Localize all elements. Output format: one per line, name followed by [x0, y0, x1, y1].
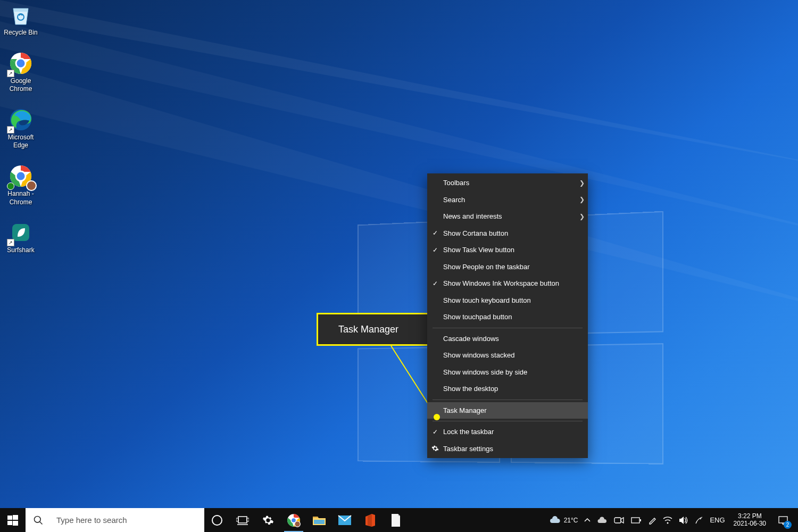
callout-label: Task Manager: [338, 324, 398, 335]
taskbar-settings[interactable]: [255, 508, 281, 532]
menu-item-show-ink[interactable]: Show Windows Ink Workspace button: [427, 275, 588, 292]
chevron-right-icon: ❯: [576, 179, 588, 187]
sync-badge-icon: [7, 182, 14, 190]
taskbar-task-view[interactable]: [230, 508, 255, 532]
taskbar: Type here to search: [0, 508, 798, 532]
chevron-up-icon: [584, 517, 591, 523]
menu-item-task-manager[interactable]: Task Manager: [427, 402, 588, 419]
check-icon: [427, 246, 443, 254]
callout-task-manager: Task Manager: [317, 313, 443, 346]
menu-item-show-desktop[interactable]: Show the desktop: [427, 380, 588, 397]
desktop-icon-surfshark[interactable]: ↗ Surfshark: [1, 220, 40, 255]
shortcut-arrow-icon: ↗: [7, 239, 14, 246]
tray-ink[interactable]: [645, 508, 660, 532]
svg-rect-13: [13, 521, 18, 526]
office-icon: [364, 513, 376, 527]
desktop-icon-microsoft-edge[interactable]: ↗ Microsoft Edge: [1, 107, 40, 150]
menu-item-show-touchpad[interactable]: Show touchpad button: [427, 309, 588, 326]
desktop-icon-google-chrome[interactable]: ↗ Google Chrome: [1, 51, 40, 94]
svg-rect-24: [314, 520, 325, 524]
tray-volume[interactable]: [676, 508, 692, 532]
check-icon: [427, 280, 443, 287]
menu-item-lock-taskbar[interactable]: Lock the taskbar: [427, 423, 588, 440]
menu-item-cascade[interactable]: Cascade windows: [427, 330, 588, 347]
svg-rect-28: [640, 519, 641, 521]
taskbar-file-explorer[interactable]: [306, 508, 332, 532]
menu-item-show-cortana[interactable]: Show Cortana button: [427, 225, 588, 242]
menu-item-taskbar-settings[interactable]: Taskbar settings: [427, 440, 588, 458]
clock-time: 3:22 PM: [738, 513, 762, 520]
taskbar-office[interactable]: [358, 508, 383, 532]
notification-count: 2: [784, 521, 792, 529]
taskbar-chrome-profile[interactable]: [281, 508, 306, 532]
desktop-icon-label: Recycle Bin: [4, 29, 37, 37]
svg-rect-12: [7, 521, 12, 525]
cortana-icon: [211, 514, 223, 526]
desktop-icon-label: Google Chrome: [1, 77, 40, 94]
svg-rect-26: [614, 518, 621, 523]
windows-icon: [7, 515, 18, 526]
search-placeholder: Type here to search: [56, 516, 204, 525]
svg-rect-11: [13, 515, 18, 520]
document-icon: [390, 513, 401, 527]
start-button[interactable]: [0, 508, 26, 532]
weather-widget[interactable]: 21°C: [546, 508, 581, 532]
onedrive-icon: [597, 517, 608, 524]
wifi-icon: [663, 517, 672, 524]
check-icon: [427, 428, 443, 436]
desktop-wallpaper: [0, 0, 798, 532]
tray-chevron-up[interactable]: [581, 508, 594, 532]
ink-icon: [648, 516, 656, 525]
folder-icon: [312, 514, 326, 526]
gear-icon: [262, 514, 274, 526]
taskbar-cortana[interactable]: [204, 508, 230, 532]
menu-item-stacked[interactable]: Show windows stacked: [427, 347, 588, 364]
chrome-profile-icon: [287, 513, 301, 527]
taskbar-mail[interactable]: [332, 508, 358, 532]
tray-language[interactable]: ENG: [706, 508, 728, 532]
tray-clock[interactable]: 3:22 PM 2021-06-30: [728, 508, 771, 532]
tray-onedrive[interactable]: [594, 508, 611, 532]
menu-item-show-touch-keyboard[interactable]: Show touch keyboard button: [427, 292, 588, 309]
menu-separator: [433, 328, 583, 328]
desktop-icon-hannah-chrome[interactable]: Hannah - Chrome: [1, 163, 40, 206]
desktop-icon-recycle-bin[interactable]: Recycle Bin: [1, 2, 40, 37]
shortcut-arrow-icon: ↗: [7, 70, 14, 77]
menu-item-show-people[interactable]: Show People on the taskbar: [427, 259, 588, 276]
tray-battery[interactable]: [628, 508, 645, 532]
taskbar-document[interactable]: [383, 508, 409, 532]
battery-icon: [631, 517, 642, 523]
tray-pen[interactable]: [692, 508, 706, 532]
recycle-bin-icon: [8, 2, 34, 28]
show-desktop-sliver[interactable]: [795, 508, 798, 532]
menu-item-search[interactable]: Search❯: [427, 192, 588, 209]
tray-notifications[interactable]: 2: [771, 508, 795, 532]
menu-separator: [433, 400, 583, 400]
menu-separator: [433, 421, 583, 421]
tray-network[interactable]: [660, 508, 676, 532]
check-icon: [427, 229, 443, 237]
taskbar-search[interactable]: Type here to search: [26, 508, 204, 532]
pen-icon: [695, 516, 703, 525]
search-icon: [26, 515, 51, 526]
chevron-right-icon: ❯: [576, 213, 588, 220]
menu-item-side-by-side[interactable]: Show windows side by side: [427, 364, 588, 381]
chevron-right-icon: ❯: [576, 196, 588, 203]
cloud-icon: [549, 516, 561, 525]
svg-point-23: [295, 521, 301, 527]
gear-icon: [427, 445, 443, 452]
menu-item-news-interests[interactable]: News and interests❯: [427, 208, 588, 225]
edge-icon: ↗: [8, 107, 34, 132]
menu-item-show-task-view[interactable]: Show Task View button: [427, 242, 588, 259]
desktop-icon-label: Hannah - Chrome: [1, 190, 40, 206]
desktop-icon-label: Surfshark: [7, 246, 34, 255]
svg-rect-27: [631, 518, 639, 523]
menu-item-toolbars[interactable]: Toolbars❯: [427, 174, 588, 192]
clock-date: 2021-06-30: [734, 520, 766, 528]
svg-point-16: [212, 516, 222, 525]
svg-line-15: [40, 521, 43, 524]
svg-rect-17: [238, 517, 247, 523]
tray-meet-now[interactable]: [611, 508, 628, 532]
chrome-icon: ↗: [8, 51, 34, 76]
desktop-icons: Recycle Bin ↗ Google Chrome: [1, 2, 40, 255]
